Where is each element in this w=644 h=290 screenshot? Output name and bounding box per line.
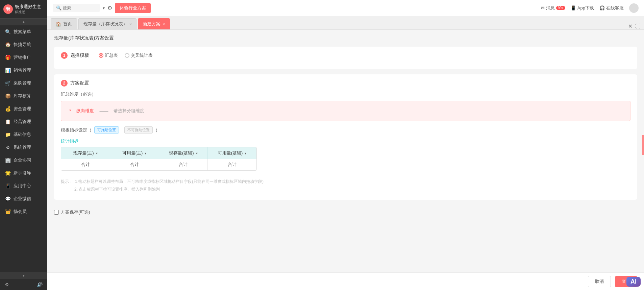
phone-icon: 📱 (5, 183, 11, 189)
sidebar-item-purchase[interactable]: 🛒 采购管理 (0, 77, 47, 90)
sidebar-item-search[interactable]: 🔍 搜索菜单 (0, 25, 47, 38)
tab-new-plan-close[interactable]: × (163, 22, 165, 26)
close-window-icon[interactable]: ✕ (628, 23, 633, 29)
content-area: 现存量(库存状况表)方案设置 1 选择模板 汇总表 交叉统计表 (47, 30, 644, 272)
topbar-search[interactable]: 🔍 (53, 4, 100, 12)
sidebar-item-app-center[interactable]: 📱 应用中心 (0, 179, 47, 192)
sidebar-scroll-down[interactable]: ▼ (0, 272, 47, 279)
radio-summary-dot (99, 53, 103, 58)
radio-summary[interactable]: 汇总表 (99, 52, 118, 58)
sidebar-item-label: 销售管理 (14, 67, 31, 73)
sidebar-item-wechat[interactable]: 💬 企业微信 (0, 192, 47, 205)
sidebar-item-base-info[interactable]: 📁 基础信息 (0, 128, 47, 141)
radio-cross-dot (125, 53, 129, 58)
topbar-gear-icon[interactable]: ⚙ (107, 5, 112, 11)
sidebar-item-operation[interactable]: 📋 经营管理 (0, 115, 47, 128)
chart-icon: 📊 (5, 67, 11, 73)
tab-home-icon: 🏠 (56, 22, 61, 27)
footer: 取消 查询 (47, 272, 644, 290)
stats-section: 统计指标 现存量(主) ▾ 可用量(主) ▾ (61, 138, 630, 171)
sidebar-item-label: 营销推广 (14, 54, 31, 61)
sidebar-item-label: 资金管理 (14, 106, 31, 112)
stats-body-row: 合计 合计 合计 合计 (61, 159, 256, 170)
sidebar-item-inventory[interactable]: 📦 库存核算 (0, 90, 47, 102)
required-asterisk: * (69, 108, 71, 114)
gear-icon: ⚙ (5, 144, 11, 150)
ai-badge[interactable]: Ai (626, 277, 641, 287)
stats-body-col-2: 合计 (159, 159, 208, 170)
sidebar-scroll-up[interactable]: ▲ (0, 19, 47, 25)
chat-icon: 💬 (5, 196, 11, 202)
sidebar: 畅 畅康通好生意 标准版 ▲ 🔍 搜索菜单 🏠 快捷导航 🎁 营销推广 📊 销售… (0, 0, 47, 290)
message-btn[interactable]: ✉ 消息 99+ (541, 5, 565, 11)
sidebar-item-system[interactable]: ⚙ 系统管理 (0, 141, 47, 154)
sidebar-item-label: 搜索菜单 (14, 29, 31, 35)
radio-cross[interactable]: 交叉统计表 (125, 52, 153, 58)
fixed-badge: 不可拖动位置 (124, 126, 153, 134)
tip-2: 2. 点击标题栏下拉可设置排序、插入列和删除列 (61, 187, 630, 192)
message-label: 消息 (546, 5, 555, 11)
logo-icon: 畅 (3, 4, 13, 14)
step2-title: 方案配置 (70, 80, 89, 86)
sidebar-item-label: 企业微信 (14, 196, 31, 202)
save-label: 方案保存(可选) (61, 209, 90, 215)
stats-header-col-3[interactable]: 可用量(基辅) ▾ (208, 147, 256, 159)
tab-home[interactable]: 🏠 首页 (51, 18, 77, 29)
tips-section: 提示： 1.拖动标题栏可以调整布局，不可跨维度或指标区域拖动栏目字段(只能在同一… (61, 179, 630, 192)
tabbar: 🏠 首页 现存量（库存状况表） × 新建方案 × ✕ ⛶ (47, 16, 644, 30)
settings-icon[interactable]: ⚙ (5, 282, 9, 287)
sidebar-bottom: ⚙ 🔊 (0, 279, 47, 290)
sidebar-item-finance[interactable]: 💰 资金管理 (0, 102, 47, 115)
search-input[interactable] (63, 6, 97, 10)
dim-placeholder: 请选择分组维度 (114, 108, 144, 114)
operation-icon: 📋 (5, 119, 11, 125)
right-scroll-indicator (642, 135, 644, 155)
dropdown-arrow[interactable]: ▾ (103, 6, 105, 10)
sidebar-nav: 🔍 搜索菜单 🏠 快捷导航 🎁 营销推广 📊 销售管理 🛒 采购管理 📦 库存核… (0, 25, 47, 272)
template-radio-group: 汇总表 交叉统计表 (99, 52, 153, 58)
stats-header-col-2[interactable]: 现存量(基辅) ▾ (159, 147, 208, 159)
stats-header-col-1[interactable]: 可用量(主) ▾ (110, 147, 159, 159)
search-icon: 🔍 (56, 5, 61, 10)
chevron-down-icon-2: ▾ (196, 151, 198, 155)
expand-icon[interactable]: ⛶ (635, 23, 641, 29)
movable-badge: 可拖动位置 (94, 126, 119, 134)
stats-header-col-0[interactable]: 现存量(主) ▾ (61, 147, 110, 159)
radio-cross-label: 交叉统计表 (131, 52, 153, 58)
sidebar-item-enterprise[interactable]: 🏢 企业协同 (0, 154, 47, 167)
tab-new-plan-label: 新建方案 (143, 21, 160, 27)
message-badge: 99+ (556, 6, 565, 10)
tab-new-plan[interactable]: 新建方案 × (138, 18, 170, 29)
tab-inventory-label: 现存量（库存状况表） (83, 21, 127, 27)
sidebar-item-marketing[interactable]: 🎁 营销推广 (0, 51, 47, 64)
sidebar-item-sales[interactable]: 📊 销售管理 (0, 64, 47, 77)
trial-btn[interactable]: 体验行业方案 (115, 3, 151, 13)
stats-body-col-3: 合计 (208, 159, 256, 170)
step2-block: 2 方案配置 汇总维度（必选） * 纵向维度 —— 请选择分组维度 模板指标设定… (54, 74, 637, 200)
chevron-down-icon-0: ▾ (96, 151, 98, 155)
sidebar-item-label: 快捷导航 (14, 42, 31, 48)
sound-icon[interactable]: 🔊 (37, 282, 43, 287)
step1-title: 选择模板 (70, 52, 89, 58)
save-checkbox[interactable] (54, 210, 59, 215)
online-service-btn[interactable]: 🎧 在线客服 (599, 5, 624, 11)
cancel-button[interactable]: 取消 (588, 276, 611, 287)
sidebar-item-label: 应用中心 (14, 183, 31, 189)
cart-icon: 🛒 (5, 80, 11, 86)
sidebar-item-label: 系统管理 (14, 144, 31, 150)
stats-header-row: 现存量(主) ▾ 可用量(主) ▾ 现存量(基辅) ▾ (61, 147, 256, 159)
dim-dash: —— (99, 108, 108, 114)
tab-inventory-close[interactable]: × (129, 22, 131, 26)
dim-required-area[interactable]: * 纵向维度 —— 请选择分组维度 (61, 101, 630, 121)
stats-label: 统计指标 (61, 138, 630, 144)
tab-inventory[interactable]: 现存量（库存状况表） × (78, 18, 137, 29)
money-icon: 💰 (5, 106, 11, 112)
indicator-label: 模板指标设定（ 可拖动位置 不可拖动位置 ） (61, 126, 630, 134)
user-avatar[interactable] (629, 3, 639, 13)
sidebar-item-quick-nav[interactable]: 🏠 快捷导航 (0, 38, 47, 51)
sidebar-item-member[interactable]: 👑 畅会员 (0, 205, 47, 218)
app-download-btn[interactable]: 📱 App下载 (571, 5, 594, 11)
logo-main: 畅康通好生意 (15, 4, 41, 10)
sidebar-item-newbie[interactable]: 🌟 新手引导 (0, 167, 47, 179)
step1-num: 1 (61, 52, 68, 59)
